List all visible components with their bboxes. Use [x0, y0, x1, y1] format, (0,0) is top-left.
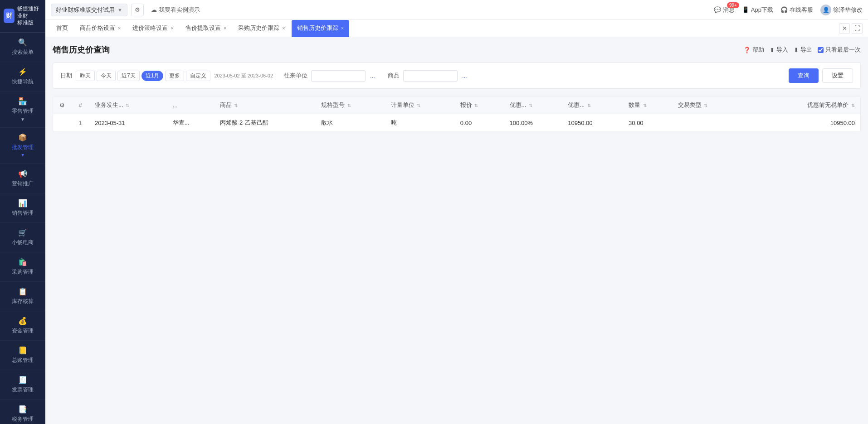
- tab-maximize-button[interactable]: ⛶: [852, 23, 863, 34]
- sidebar-item-finance[interactable]: 💰 资金管理: [0, 311, 45, 341]
- col-price[interactable]: 报价 ⇅: [455, 96, 504, 114]
- row-unit-cell: 吨: [385, 114, 455, 132]
- col-spec[interactable]: 规格型号 ⇅: [316, 96, 385, 114]
- tabbar-controls: ✕ ⛶: [839, 23, 863, 34]
- date-btn-yesterday[interactable]: 昨天: [76, 71, 95, 81]
- general-ledger-icon: 📒: [18, 346, 27, 355]
- sort-icon-unit: ⇅: [417, 103, 420, 108]
- quick-nav-icon: ⚡: [18, 67, 27, 76]
- import-link[interactable]: ⬆ 导入: [770, 46, 788, 54]
- only-last-checkbox[interactable]: [818, 47, 824, 53]
- sort-icon-pre-tax-price: ⇅: [851, 103, 855, 108]
- message-icon: 💬: [714, 6, 721, 13]
- col-more[interactable]: ...: [167, 96, 215, 114]
- product-filter-group: 商品 ...: [388, 70, 469, 82]
- date-filter-group: 日期 昨天 今天 近7天 近1月 更多 自定义 2023-05-02 至 202…: [60, 71, 273, 81]
- only-last-checkbox-label[interactable]: 只看最后一次: [818, 46, 861, 54]
- finance-icon: 💰: [18, 317, 27, 325]
- page-title: 销售历史价查询: [53, 44, 110, 55]
- col-quantity[interactable]: 数量 ⇅: [623, 96, 673, 114]
- export-icon: ⬇: [794, 47, 799, 53]
- sidebar-item-general-ledger[interactable]: 📒 总账管理: [0, 341, 45, 370]
- tab-purchase-strategy[interactable]: 进价策略设置 ×: [127, 20, 179, 37]
- online-service-button[interactable]: 🎧 在线客服: [780, 6, 813, 14]
- date-btn-more[interactable]: 更多: [165, 71, 184, 81]
- ecommerce-small-icon: 🛒: [18, 228, 27, 237]
- tab-product-price[interactable]: 商品价格设置 ×: [74, 20, 126, 37]
- page-header: 销售历史价查询 ❓ 帮助 ⬆ 导入 ⬇ 导出 只看最后一次: [53, 44, 861, 55]
- row-discount1-cell: 100.00%: [504, 114, 563, 132]
- sidebar-item-purchase[interactable]: 🛍️ 采购管理: [0, 252, 45, 282]
- retail-icon: 🏪: [18, 97, 27, 106]
- date-btn-last7[interactable]: 近7天: [117, 71, 140, 81]
- sidebar-item-wholesale[interactable]: 📦 批发管理 ▲: [0, 128, 45, 164]
- col-discount2[interactable]: 优惠... ⇅: [562, 96, 623, 114]
- app-download-button[interactable]: 📱 App下载: [742, 6, 773, 14]
- sidebar-item-ecommerce-small[interactable]: 🛒 小畅电商: [0, 223, 45, 252]
- date-btn-last1m[interactable]: 近1月: [141, 71, 164, 81]
- query-button[interactable]: 查询: [789, 68, 819, 83]
- tab-sale-history[interactable]: 销售历史价跟踪 ×: [292, 20, 349, 37]
- sidebar-item-quick-nav[interactable]: ⚡ 快捷导航: [0, 62, 45, 92]
- app-selector[interactable]: 好业财标准版交付试用 ▼: [51, 4, 127, 16]
- date-btn-today[interactable]: 今天: [97, 71, 116, 81]
- tab-sale-price-close-icon[interactable]: ×: [224, 25, 226, 31]
- row-spec-cell: 散水: [316, 114, 385, 132]
- sidebar-item-tax[interactable]: 📑 税务管理: [0, 400, 45, 424]
- product-input[interactable]: [403, 70, 458, 82]
- source-unit-input[interactable]: [311, 70, 366, 82]
- settings-button[interactable]: 设置: [822, 68, 853, 83]
- tab-sale-price[interactable]: 售价提取设置 ×: [180, 20, 232, 37]
- sidebar-item-inventory[interactable]: 📋 库存核算: [0, 282, 45, 311]
- sidebar-item-marketing[interactable]: 📢 营销推广: [0, 164, 45, 193]
- product-more-button[interactable]: ...: [460, 71, 469, 81]
- sort-icon-biz-date: ⇅: [126, 103, 129, 108]
- topbar-right: 💬 消息 99+ 📱 App下载 🎧 在线客服 👤 徐泽华修改: [714, 5, 863, 15]
- logo-text: 畅捷通好业财 标准版: [17, 5, 42, 27]
- source-unit-label: 往来单位: [284, 72, 307, 80]
- row-more-cell: 华查...: [167, 114, 215, 132]
- row-price-cell: 0.00: [455, 114, 504, 132]
- help-link[interactable]: ❓ 帮助: [743, 46, 764, 54]
- source-unit-filter-group: 往来单位 ...: [284, 70, 377, 82]
- sidebar-item-invoice[interactable]: 🧾 发票管理: [0, 370, 45, 400]
- col-trade-type[interactable]: 交易类型 ⇅: [673, 96, 742, 114]
- wholesale-icon: 📦: [18, 133, 27, 142]
- message-button[interactable]: 💬 消息 99+: [714, 6, 735, 14]
- sort-icon-discount1: ⇅: [529, 103, 532, 108]
- filter-area: 日期 昨天 今天 近7天 近1月 更多 自定义 2023-05-02 至 202…: [53, 63, 861, 89]
- sidebar-item-search[interactable]: 🔍 搜索菜单: [0, 33, 45, 62]
- tab-purchase-strategy-close-icon[interactable]: ×: [171, 25, 173, 31]
- source-unit-more-button[interactable]: ...: [368, 71, 377, 81]
- topbar-settings-button[interactable]: ⚙: [131, 4, 144, 16]
- col-pre-tax-price[interactable]: 优惠前无税单价 ⇅: [761, 96, 860, 114]
- col-discount1[interactable]: 优惠... ⇅: [504, 96, 563, 114]
- marketing-icon: 📢: [18, 169, 27, 178]
- col-unit[interactable]: 计量单位 ⇅: [385, 96, 455, 114]
- date-btn-custom[interactable]: 自定义: [186, 71, 210, 81]
- tab-product-price-close-icon[interactable]: ×: [118, 25, 121, 31]
- tab-close-button[interactable]: ✕: [839, 23, 850, 34]
- col-biz-date[interactable]: 业务发生... ⇅: [89, 96, 167, 114]
- inventory-icon: 📋: [18, 287, 27, 296]
- user-menu[interactable]: 👤 徐泽华修改: [820, 5, 863, 15]
- logo-icon: 财: [4, 9, 15, 23]
- sidebar-item-retail[interactable]: 🏪 零售管理 ▼: [0, 92, 45, 128]
- row-spacer-cell: [742, 114, 761, 132]
- tab-purchase-history-close-icon[interactable]: ×: [282, 25, 285, 31]
- tab-purchase-history[interactable]: 采购历史价跟踪 ×: [233, 20, 290, 37]
- export-link[interactable]: ⬇ 导出: [794, 46, 812, 54]
- col-settings[interactable]: ⚙: [53, 96, 71, 114]
- help-icon: ❓: [743, 47, 751, 53]
- demo-link[interactable]: ☁ 我要看实例演示: [151, 6, 200, 14]
- row-num-cell: 1: [71, 114, 89, 132]
- row-biz-date-cell: 2023-05-31: [89, 114, 167, 132]
- sort-icon-spec: ⇅: [347, 103, 351, 108]
- app-name-label: 好业财标准版交付试用: [56, 6, 115, 14]
- tab-home[interactable]: 首页: [51, 20, 73, 37]
- col-product[interactable]: 商品 ⇅: [215, 96, 316, 114]
- sidebar-item-sales[interactable]: 📊 销售管理: [0, 193, 45, 223]
- tab-sale-history-close-icon[interactable]: ×: [341, 25, 344, 31]
- row-trade-type-cell: [673, 114, 742, 132]
- table-header-row: ⚙ # 业务发生... ⇅ ... 商品 ⇅: [53, 96, 860, 114]
